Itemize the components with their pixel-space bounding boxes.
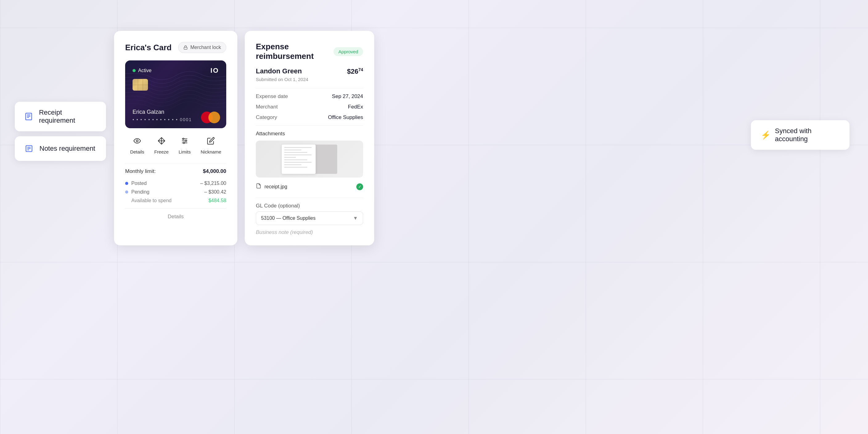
expense-divider-2 (256, 125, 363, 126)
divider-1 (125, 163, 226, 163)
merchant-lock-badge[interactable]: Merchant lock (178, 42, 226, 53)
receipt-thumbnail (256, 141, 363, 178)
receipt-requirement-label: Receipt requirement (39, 108, 97, 125)
svg-point-15 (185, 140, 186, 142)
freeze-icon (157, 137, 165, 147)
available-row: Available to spend $484.58 (125, 198, 226, 204)
expense-date-row: Expense date Sep 27, 2024 (256, 93, 363, 99)
approved-badge: Approved (334, 47, 363, 56)
card-brand: IO (211, 67, 219, 74)
merchant-lock-label: Merchant lock (190, 45, 221, 50)
card-panel-title: Erica's Card (125, 43, 172, 53)
expense-amount: $2674 (347, 67, 363, 75)
submitter-name: Landon Green (256, 67, 302, 75)
freeze-action[interactable]: Freeze (154, 137, 168, 154)
svg-point-14 (183, 138, 184, 139)
pending-row: Pending – $300.42 (125, 189, 226, 195)
divider-2 (125, 208, 226, 209)
monthly-limit-row: Monthly limit: $4,000.00 (125, 168, 226, 175)
notes-icon (24, 143, 34, 154)
posted-row: Posted – $3,215.00 (125, 181, 226, 186)
expense-panel: Expense reimbursement Approved Landon Gr… (245, 31, 374, 245)
attachments-label: Attachments (256, 131, 363, 137)
gl-code-select[interactable]: 53100 — Office Supplies ▼ (256, 212, 363, 225)
synced-label: Synced with accounting (775, 127, 840, 143)
pending-dot (125, 190, 128, 193)
attachment-file-row: receipt.jpg ✓ (256, 181, 363, 193)
category-value: Office Supplies (328, 114, 363, 121)
category-label: Category (256, 114, 277, 121)
expense-header: Expense reimbursement Approved (256, 42, 363, 61)
available-label: Available to spend (125, 198, 172, 204)
available-value: $484.58 (208, 198, 226, 204)
mc-right-circle (208, 112, 220, 123)
gl-code-value: 53100 — Office Supplies (261, 215, 316, 221)
receipt-icon (24, 111, 34, 122)
main-panels: Erica's Card Merchant lock (114, 31, 374, 245)
monthly-limit-value: $4,000.00 (203, 168, 226, 175)
expense-date-label: Expense date (256, 93, 288, 99)
receipt-requirement-card[interactable]: Receipt requirement (15, 102, 106, 131)
expense-title: Expense reimbursement (256, 42, 334, 61)
business-note-label: Business note (required) (256, 229, 363, 236)
merchant-label: Merchant (256, 104, 278, 110)
receipt-paper (282, 145, 316, 174)
card-chip (132, 79, 148, 91)
card-actions: Details Freeze (125, 137, 226, 154)
posted-dot (125, 182, 128, 185)
chevron-down-icon: ▼ (353, 215, 358, 221)
active-label: Active (138, 68, 152, 73)
ericas-card-panel: Erica's Card Merchant lock (114, 31, 237, 245)
attachment-filename: receipt.jpg (265, 184, 287, 190)
nickname-icon (207, 137, 215, 147)
limits-icon (181, 137, 189, 147)
merchant-value: FedEx (348, 104, 363, 110)
card-holder-name: Erica Galzan (132, 109, 192, 115)
expense-date-value: Sep 27, 2024 (332, 93, 363, 99)
pending-value: – $300.42 (204, 189, 226, 195)
card-number: • • • • • • • • • • • • 0001 (132, 117, 192, 122)
details-label: Details (130, 149, 144, 154)
category-row: Category Office Supplies (256, 114, 363, 121)
svg-rect-8 (184, 47, 187, 49)
nickname-label: Nickname (201, 149, 221, 154)
mastercard-logo (201, 112, 220, 123)
file-icon (256, 183, 261, 190)
attachment-check-icon: ✓ (356, 183, 363, 190)
card-top-row: Active IO (132, 67, 219, 74)
nickname-action[interactable]: Nickname (201, 137, 221, 154)
synced-accounting-card: ⚡ Synced with accounting (751, 120, 849, 150)
pending-label: Pending (125, 189, 150, 195)
expense-divider-3 (256, 197, 363, 198)
gl-code-label: GL Code (optional) (256, 203, 363, 209)
details-icon (133, 137, 141, 147)
card-panel-header: Erica's Card Merchant lock (125, 42, 226, 53)
lock-icon (183, 45, 188, 50)
notes-requirement-card[interactable]: Notes requirement (15, 136, 106, 161)
notes-requirement-label: Notes requirement (39, 145, 95, 153)
limits-label: Limits (179, 149, 191, 154)
card-info: Erica Galzan • • • • • • • • • • • • 000… (132, 109, 192, 122)
posted-label: Posted (125, 181, 147, 186)
attachment-preview (256, 141, 363, 178)
submitter-row: Landon Green $2674 (256, 67, 363, 75)
submitted-date: Submitted on Oct 1, 2024 (256, 77, 363, 82)
merchant-row: Merchant FedEx (256, 104, 363, 110)
approved-label: Approved (338, 49, 358, 54)
active-dot (132, 69, 135, 72)
freeze-label: Freeze (154, 149, 168, 154)
monthly-limit-label: Monthly limit: (125, 168, 156, 175)
lightning-icon: ⚡ (761, 130, 771, 140)
details-action[interactable]: Details (130, 137, 144, 154)
card-active-badge: Active (132, 68, 152, 73)
left-cards-container: Receipt requirement Notes requirement (15, 102, 106, 161)
credit-card-visual: Active IO Erica Galzan • • • • • • • • •… (125, 60, 226, 128)
attachment-file-info: receipt.jpg (256, 183, 287, 190)
limits-action[interactable]: Limits (179, 137, 191, 154)
svg-point-9 (136, 140, 138, 142)
posted-value: – $3,215.00 (200, 181, 226, 186)
svg-point-17 (183, 142, 185, 143)
details-link[interactable]: Details (125, 214, 226, 220)
expense-divider-1 (256, 88, 363, 89)
